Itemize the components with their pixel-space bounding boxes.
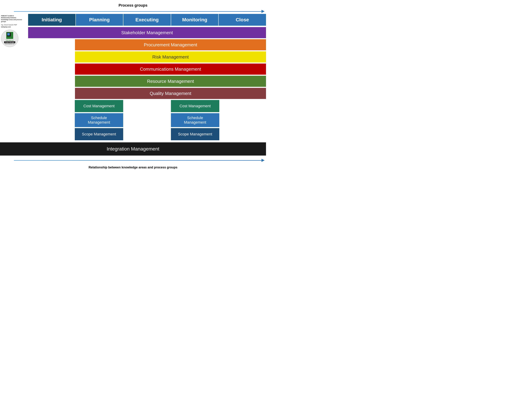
page-title: Process groups (0, 0, 266, 9)
top-arrow (0, 9, 266, 14)
cost-monitor: Cost Management (171, 100, 219, 112)
scope-plan: Scope Management (75, 128, 123, 140)
logo-top-text: Todo para ser (6, 39, 14, 41)
resource-bar: Resource Management (75, 76, 266, 87)
scope-row: Scope Management Scope Management (28, 128, 266, 140)
resource-row: Resource Management (28, 76, 266, 87)
procurement-row: Procurement Management (28, 39, 266, 50)
quality-init-empty (28, 88, 75, 99)
scope-close-empty (220, 128, 266, 140)
schedule-init-empty (28, 113, 74, 127)
scope-exec-empty (124, 128, 170, 140)
scope-init-empty (28, 128, 74, 140)
header-planning: Planning (76, 14, 124, 26)
logo-bottom-text: www.todopmp.com (5, 43, 15, 45)
communications-bar: Communications Management (75, 64, 266, 75)
schedule-row: ScheduleManagement ScheduleManagement (28, 113, 266, 127)
scope-monitor: Scope Management (171, 128, 219, 140)
content-area: Initiating Planning Executing Monitoring… (28, 14, 266, 142)
schedule-monitor: ScheduleManagement (171, 113, 219, 127)
cost-exec-empty (124, 100, 170, 112)
schedule-plan: ScheduleManagement (75, 113, 123, 127)
logo-mid-text: Project Manager (4, 41, 15, 43)
sidebar: PMBOK® GUIDE 6Relationship betweenknowle… (0, 14, 28, 142)
bottom-arrow (0, 158, 266, 163)
sidebar-logo: Todo para ser Project Manager www.todopm… (1, 30, 18, 47)
stakeholder-row: Stakeholder Management (28, 27, 266, 38)
quality-row: Quality Management (28, 88, 266, 99)
schedule-close-empty (220, 113, 266, 127)
risk-bar: Risk Management (75, 52, 266, 63)
rows-container: Stakeholder Management Procurement Manag… (28, 26, 266, 142)
header-close: Close (219, 14, 266, 26)
header-initiating: Initiating (28, 14, 76, 26)
header-row: Initiating Planning Executing Monitoring… (28, 14, 266, 26)
procurement-bar: Procurement Management (75, 39, 266, 50)
cost-init-empty (28, 100, 74, 112)
stakeholder-bar: Stakeholder Management (28, 27, 266, 38)
cost-row: Cost Management Cost Management (28, 100, 266, 112)
sidebar-author: Ing. Oscar Gascón PMP (1, 24, 17, 26)
cost-plan: Cost Management (75, 100, 123, 112)
procurement-init-empty (28, 39, 75, 50)
cost-close-empty (220, 100, 266, 112)
risk-row: Risk Management (28, 52, 266, 63)
resource-init-empty (28, 76, 75, 87)
header-monitoring: Monitoring (171, 14, 219, 26)
comm-init-empty (28, 64, 75, 75)
quality-bar: Quality Management (75, 88, 266, 99)
risk-init-empty (28, 52, 75, 63)
sidebar-website: todopmp.com (1, 26, 11, 28)
footer-text: Relationship between knowledge areas and… (0, 164, 266, 172)
integration-row: Integration Management (0, 142, 266, 155)
schedule-exec-empty (124, 113, 170, 127)
header-executing: Executing (123, 14, 171, 26)
sidebar-title: PMBOK® GUIDE 6Relationship betweenknowle… (1, 15, 22, 23)
communications-row: Communications Management (28, 64, 266, 75)
